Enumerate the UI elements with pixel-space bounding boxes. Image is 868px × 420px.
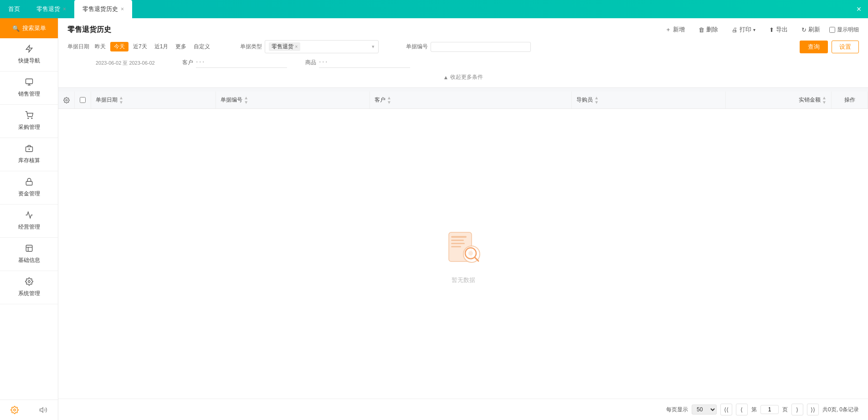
empty-state: 暂无数据 xyxy=(58,109,868,399)
th-date[interactable]: 单据日期 ▲▼ xyxy=(91,92,216,108)
type-filter: 单据类型 零售退货 × ▾ xyxy=(240,40,379,53)
collapse-button[interactable]: ▲ 收起更多条件 xyxy=(443,73,483,81)
refresh-button[interactable]: ↻ 刷新 xyxy=(797,24,825,36)
goods-filter-label: 商品 xyxy=(305,59,316,67)
th-customer-label: 客户 xyxy=(375,96,385,104)
collapse-up-icon: ▲ xyxy=(443,74,449,81)
number-input[interactable] xyxy=(431,42,531,52)
setting-button[interactable]: 设置 xyxy=(832,41,859,53)
window-close-button[interactable]: × xyxy=(850,0,868,18)
type-select[interactable]: 零售退货 × ▾ xyxy=(265,40,379,53)
th-customer[interactable]: 客户 ▲▼ xyxy=(370,92,572,108)
svg-rect-0 xyxy=(26,79,32,84)
sidebar-item-operations[interactable]: 经营管理 xyxy=(0,205,58,238)
sidebar-search[interactable]: 🔍 搜索菜单 xyxy=(0,18,58,38)
date-buttons: 昨天 今天 近7天 近1月 更多 自定义 xyxy=(92,42,213,51)
goods-input[interactable]: ··· xyxy=(319,57,410,68)
show-detail-checkbox-label[interactable]: 显示明细 xyxy=(829,26,859,34)
print-icon: 🖨 xyxy=(732,26,738,33)
page-first-button[interactable]: ⟨⟨ xyxy=(720,404,732,415)
add-label: 新增 xyxy=(673,26,685,34)
query-button[interactable]: 查询 xyxy=(800,41,828,53)
svg-rect-17 xyxy=(451,243,465,244)
svg-point-11 xyxy=(14,409,16,411)
sidebar-settings-button[interactable] xyxy=(0,400,29,420)
th-guide-label: 导购员 xyxy=(576,96,593,104)
page-number-input[interactable] xyxy=(760,405,779,414)
sidebar-item-sales-mgmt[interactable]: 销售管理 xyxy=(0,72,58,105)
finance-icon xyxy=(25,178,33,188)
date-btn-yesterday[interactable]: 昨天 xyxy=(92,42,108,51)
th-guide-sort-icon: ▲▼ xyxy=(594,96,599,105)
date-range-display: 2023-06-02 至 2023-06-02 xyxy=(67,59,155,67)
sidebar: 🔍 搜索菜单 快捷导航 销售管理 采购管理 库存核算 xyxy=(0,18,58,420)
date-btn-today[interactable]: 今天 xyxy=(110,42,128,51)
page-size-select[interactable]: 10 20 50 100 xyxy=(692,405,717,415)
date-btn-custom[interactable]: 自定义 xyxy=(191,42,213,51)
sidebar-item-finance[interactable]: 资金管理 xyxy=(0,171,58,205)
sidebar-item-quick-nav[interactable]: 快捷导航 xyxy=(0,38,58,72)
filter-area: 单据日期 昨天 今天 近7天 近1月 更多 自定义 单据类型 xyxy=(67,40,859,87)
sidebar-item-base-info[interactable]: 基础信息 xyxy=(0,238,58,271)
customer-input[interactable]: ··· xyxy=(196,57,287,68)
refresh-icon: ↻ xyxy=(801,26,806,33)
empty-illustration xyxy=(441,223,486,269)
purchase-mgmt-icon xyxy=(25,111,33,122)
number-filter-label: 单据编号 xyxy=(406,43,428,51)
th-number[interactable]: 单据编号 ▲▼ xyxy=(216,92,370,108)
search-icon: 🔍 xyxy=(12,25,20,32)
add-button[interactable]: ＋ 新增 xyxy=(661,24,689,36)
th-setting[interactable] xyxy=(58,92,75,108)
print-label: 打印 xyxy=(740,26,751,34)
page-last-button[interactable]: ⟩⟩ xyxy=(807,404,819,415)
export-button[interactable]: ⬆ 导出 xyxy=(765,24,792,36)
tab-retail-return-close[interactable]: × xyxy=(63,6,66,12)
tab-home[interactable]: 首页 xyxy=(0,0,28,18)
print-dropdown-icon: ▾ xyxy=(753,27,755,32)
sidebar-item-finance-label: 资金管理 xyxy=(18,190,40,198)
main-content: 零售退货历史 ＋ 新增 🗑 删除 🖨 打印 ▾ xyxy=(58,18,868,420)
th-check[interactable] xyxy=(75,92,91,108)
select-all-checkbox[interactable] xyxy=(80,97,86,103)
svg-point-10 xyxy=(28,281,30,283)
delete-button[interactable]: 🗑 删除 xyxy=(694,24,723,36)
tab-retail-return[interactable]: 零售退货 × xyxy=(28,0,74,18)
filter-row-1: 单据日期 昨天 今天 近7天 近1月 更多 自定义 单据类型 xyxy=(67,40,859,53)
sidebar-item-purchase-mgmt[interactable]: 采购管理 xyxy=(0,105,58,138)
date-btn-1month[interactable]: 近1月 xyxy=(152,42,171,51)
main-layout: 🔍 搜索菜单 快捷导航 销售管理 采购管理 库存核算 xyxy=(0,18,868,420)
svg-marker-12 xyxy=(40,408,43,413)
page-prev-button[interactable]: ⟨ xyxy=(736,404,748,415)
tab-retail-return-history-close[interactable]: × xyxy=(121,6,124,12)
sidebar-item-system-mgmt[interactable]: 系统管理 xyxy=(0,271,58,304)
show-detail-checkbox[interactable] xyxy=(829,27,835,33)
tab-retail-return-history[interactable]: 零售退货历史 × xyxy=(74,0,132,18)
collapse-label: 收起更多条件 xyxy=(450,73,483,81)
sidebar-item-purchase-mgmt-label: 采购管理 xyxy=(18,123,40,131)
empty-message: 暂无数据 xyxy=(452,276,475,284)
sidebar-audio-button[interactable] xyxy=(29,400,58,420)
sidebar-item-inventory[interactable]: 库存核算 xyxy=(0,138,58,171)
table-header: 单据日期 ▲▼ 单据编号 ▲▼ 客户 ▲▼ 导购员 ▲▼ 实销金额 ▲▼ xyxy=(58,92,868,109)
svg-rect-6 xyxy=(26,181,32,185)
page-header: 零售退货历史 ＋ 新增 🗑 删除 🖨 打印 ▾ xyxy=(58,18,868,88)
date-btn-more[interactable]: 更多 xyxy=(173,42,189,51)
delete-icon: 🗑 xyxy=(699,26,704,33)
refresh-label: 刷新 xyxy=(808,26,820,34)
sidebar-bottom xyxy=(0,400,58,420)
date-btn-7days[interactable]: 近7天 xyxy=(130,42,150,51)
th-amount[interactable]: 实销金额 ▲▼ xyxy=(726,92,832,108)
th-amount-label: 实销金额 xyxy=(799,96,821,104)
top-bar: 首页 零售退货 × 零售退货历史 × × xyxy=(0,0,868,18)
type-select-tag-value: 零售退货 xyxy=(272,43,293,51)
date-range-text: 2023-06-02 至 2023-06-02 xyxy=(96,60,155,67)
total-label: 共0页, 0条记录 xyxy=(822,406,859,414)
print-button[interactable]: 🖨 打印 ▾ xyxy=(727,24,760,36)
th-guide[interactable]: 导购员 ▲▼ xyxy=(572,92,726,108)
date-filter-label: 单据日期 xyxy=(67,43,89,51)
type-select-tag-close[interactable]: × xyxy=(295,44,298,49)
delete-label: 删除 xyxy=(706,26,718,34)
page-next-button[interactable]: ⟩ xyxy=(791,404,803,415)
svg-point-22 xyxy=(468,251,473,256)
operations-icon xyxy=(25,211,33,221)
